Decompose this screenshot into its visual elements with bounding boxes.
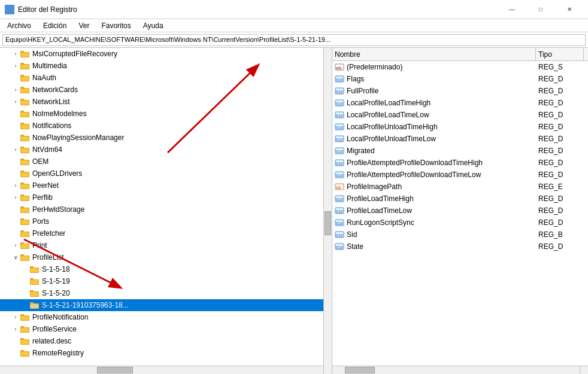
- maximize-button[interactable]: □: [527, 0, 554, 19]
- tree-item-peernet[interactable]: › PeerNet: [0, 180, 332, 191]
- menu-ver[interactable]: Ver: [74, 20, 94, 31]
- tree-item-notifications[interactable]: › Notifications: [0, 120, 332, 132]
- menu-edicion[interactable]: Edición: [38, 20, 71, 31]
- tree-item-networklist[interactable]: › NetworkList: [0, 96, 332, 108]
- tree-label: NowPlayingSessionManager: [32, 133, 124, 142]
- reg-dword-icon: 010: [335, 75, 344, 83]
- reg-type-text: REG_D: [536, 97, 584, 109]
- reg-row-profileattempteddownloadhigh[interactable]: 010 ProfileAttemptedProfileDownloadTimeH…: [332, 157, 588, 169]
- tree-scrollbar-h[interactable]: [0, 366, 323, 374]
- reg-row-predeterminado[interactable]: ab (Predeterminado) REG_S: [332, 61, 588, 73]
- tree-item-s-1-5-20[interactable]: › S-1-5-20: [0, 287, 332, 299]
- reg-type-text: REG_D: [536, 121, 584, 133]
- folder-icon: [20, 145, 30, 154]
- tree-item-naauth[interactable]: › NaAuth: [0, 72, 332, 84]
- reg-cell-name: 010 Migrated: [332, 145, 536, 157]
- tree-item-nowplaying[interactable]: › NowPlayingSessionManager: [0, 132, 332, 144]
- tree-label: S-1-5-20: [42, 289, 70, 297]
- reg-type-text: REG_D: [536, 145, 584, 157]
- reg-cell-name: 010 LocalProfileLoadTimeLow: [332, 109, 536, 121]
- tree-item-relateddesc[interactable]: › related.desc: [0, 335, 332, 347]
- tree-item-remoteregistry[interactable]: › RemoteRegistry: [0, 347, 332, 359]
- reg-dword-icon: 010: [335, 206, 344, 215]
- reg-row-localprofileunloadtimehigh[interactable]: 010 LocalProfileUnloadTimeHigh REG_D: [332, 121, 588, 133]
- tree-item-oem[interactable]: › OEM: [0, 156, 332, 168]
- close-button[interactable]: ✕: [556, 0, 583, 19]
- reg-row-sid[interactable]: 010 Sid REG_B: [332, 229, 588, 241]
- tree-item-msiCorruptedFileRecovery[interactable]: › MsiCorruptedFileRecovery: [0, 48, 332, 60]
- tree-item-print[interactable]: › Print: [0, 239, 332, 251]
- folder-icon: [20, 74, 30, 82]
- tree-label: Notifications: [32, 121, 71, 130]
- reg-cell-name: 010 LocalProfileLoadTimeHigh: [332, 97, 536, 109]
- tree-item-profileservice[interactable]: › ProfileService: [0, 323, 332, 335]
- reg-row-migrated[interactable]: 010 Migrated REG_D: [332, 145, 588, 157]
- svg-rect-1: [10, 6, 13, 9]
- folder-icon: [20, 110, 30, 118]
- minimize-button[interactable]: —: [498, 0, 526, 19]
- reg-cell-name: 010 ProfileLoadTimeLow: [332, 205, 536, 217]
- reg-type-text: REG_D: [536, 73, 584, 85]
- tree-label: S-1-5-19: [42, 277, 70, 285]
- tree-item-profilelist[interactable]: ∨ ProfileList: [0, 251, 332, 263]
- reg-dword-icon: 010: [335, 218, 344, 227]
- tree-item-s-1-5-19[interactable]: › S-1-5-19: [0, 275, 332, 287]
- tree-item-ntvdm64[interactable]: › NtVdm64: [0, 144, 332, 156]
- scrollbar-thumb: [325, 211, 331, 235]
- reg-default-icon: ab: [335, 63, 344, 71]
- menu-archivo[interactable]: Archivo: [2, 20, 36, 31]
- tree-item-networkcards[interactable]: › NetworkCards: [0, 84, 332, 96]
- reg-type-text: REG_D: [536, 217, 584, 229]
- tree-scrollbar-v[interactable]: [323, 48, 332, 374]
- folder-icon: [20, 313, 30, 321]
- reg-type-text: REG_S: [536, 61, 584, 73]
- reg-row-fullprofile[interactable]: 010 FullProfile REG_D: [332, 85, 588, 97]
- reg-row-localprofileloadtimelow[interactable]: 010 LocalProfileLoadTimeLow REG_D: [332, 109, 588, 121]
- menu-favoritos[interactable]: Favoritos: [96, 20, 135, 31]
- svg-text:ab: ab: [336, 65, 341, 71]
- reg-row-localprofileloadtimehigh[interactable]: 010 LocalProfileLoadTimeHigh REG_D: [332, 97, 588, 109]
- tree-label: Multimedia: [32, 62, 67, 70]
- svg-rect-42: [21, 196, 29, 200]
- right-scrollbar-h[interactable]: [332, 366, 588, 374]
- reg-row-state[interactable]: 010 State REG_D: [332, 241, 588, 253]
- menu-ayuda[interactable]: Ayuda: [138, 20, 168, 31]
- tree-item-prefetcher[interactable]: › Prefetcher: [0, 227, 332, 239]
- tree-item-ports[interactable]: › Ports: [0, 215, 332, 227]
- tree-item-s-1-5-18[interactable]: › S-1-5-18: [0, 263, 332, 275]
- svg-rect-60: [31, 268, 38, 272]
- reg-type-text: REG_D: [536, 193, 584, 205]
- reg-type-text: REG_D: [536, 241, 584, 253]
- reg-cell-name: 010 Sid: [332, 229, 536, 241]
- tree-label: ProfileService: [32, 325, 77, 333]
- tree-item-perflib[interactable]: › Perflib: [0, 191, 332, 203]
- reg-cell-name: 010 ProfileLoadTimeHigh: [332, 193, 536, 205]
- tree-label: NetworkCards: [32, 86, 78, 94]
- tree-item-multimedia[interactable]: › Multimedia: [0, 60, 332, 72]
- main-content: › MsiCorruptedFileRecovery › Multimedia …: [0, 48, 588, 374]
- svg-text:010: 010: [336, 245, 343, 250]
- tree-item-noimemodeimes[interactable]: › NoImeModelmes: [0, 108, 332, 120]
- tree-label: RemoteRegistry: [32, 349, 84, 357]
- reg-row-localprofileunloadtimelow[interactable]: 010 LocalProfileUnloadTimeLow REG_D: [332, 133, 588, 145]
- reg-type-text: REG_D: [536, 205, 584, 217]
- reg-row-profileattempteddownloadlow[interactable]: 010 ProfileAttemptedProfileDownloadTimeL…: [332, 169, 588, 181]
- reg-row-profileloadtimehigh[interactable]: 010 ProfileLoadTimeHigh REG_D: [332, 193, 588, 205]
- address-input[interactable]: Equipo\HKEY_LOCAL_MACHINE\SOFTWARE\Micro…: [2, 34, 586, 46]
- expand-arrow: ›: [12, 62, 19, 69]
- reg-row-flags[interactable]: 010 Flags REG_D: [332, 73, 588, 85]
- reg-binary-icon: 010: [335, 230, 344, 239]
- reg-type-text: REG_D: [536, 85, 584, 97]
- reg-cell-name: 010 ProfileAttemptedProfileDownloadTimeH…: [332, 157, 536, 169]
- tree-item-s-1-5-21[interactable]: › S-1-5-21-1910375963-18...: [0, 299, 332, 311]
- folder-icon: [20, 217, 30, 226]
- svg-rect-66: [31, 292, 38, 296]
- reg-type-text: REG_D: [536, 133, 584, 145]
- reg-row-profileloadtimelow[interactable]: 010 ProfileLoadTimeLow REG_D: [332, 205, 588, 217]
- tree-item-profilenotification[interactable]: › ProfileNotification: [0, 311, 332, 323]
- tree-item-perhwld[interactable]: › PerHwldStorage: [0, 203, 332, 215]
- reg-row-profileimagepath[interactable]: ab ProfileImagePath REG_E: [332, 181, 588, 193]
- tree-item-opengl[interactable]: › OpenGLDrivers: [0, 168, 332, 180]
- reg-row-runlogonscriptsync[interactable]: 010 RunLogonScriptSync REG_D: [332, 217, 588, 229]
- folder-icon: [20, 337, 30, 345]
